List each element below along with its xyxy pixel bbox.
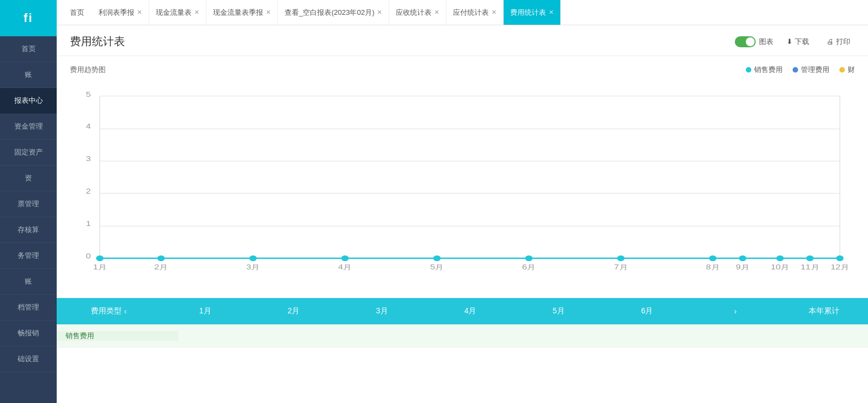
header-actions: 图表 ⬇ 下载 🖨 打印 (735, 35, 855, 49)
sidebar-item-archive[interactable]: 档管理 (0, 295, 57, 321)
svg-text:4月: 4月 (338, 263, 352, 271)
svg-text:2月: 2月 (154, 263, 168, 271)
svg-point-18 (433, 256, 441, 261)
td-type: 销售费用 (57, 331, 178, 341)
page-content: 费用统计表 图表 ⬇ 下载 🖨 打印 (57, 25, 868, 403)
app-logo: fi (0, 0, 57, 36)
print-button[interactable]: 🖨 打印 (822, 35, 855, 49)
main-area: 首页 利润表季报 ✕ 现金流量表 ✕ 现金流量表季报 ✕ 查看_空白报表(202… (57, 0, 868, 403)
svg-text:1月: 1月 (93, 263, 107, 271)
sidebar-item-report-center[interactable]: 报表中心 (0, 88, 57, 114)
close-tab-blank-report[interactable]: ✕ (377, 9, 382, 15)
chart-header: 费用趋势图 销售费用 管理费用 财 (70, 65, 855, 75)
close-tab-expense-stats[interactable]: ✕ (549, 9, 554, 15)
close-tab-payable[interactable]: ✕ (492, 9, 496, 15)
tab-expense-stats[interactable]: 费用统计表 ✕ (504, 0, 561, 25)
svg-text:3月: 3月 (246, 263, 260, 271)
legend-dot-finance (839, 67, 845, 73)
th-m3: 3月 (338, 306, 427, 316)
svg-point-21 (709, 256, 717, 261)
sidebar-item-invoice[interactable]: 票管理 (0, 191, 57, 217)
sidebar-item-fixed-assets[interactable]: 固定资产 (0, 140, 57, 165)
legend-dot-admin (793, 67, 798, 73)
print-icon: 🖨 (827, 37, 834, 46)
tab-bar: 首页 利润表季报 ✕ 现金流量表 ✕ 现金流量表季报 ✕ 查看_空白报表(202… (57, 0, 868, 25)
table-row: 销售费用 (57, 324, 868, 347)
chart-section: 费用趋势图 销售费用 管理费用 财 (57, 56, 868, 292)
sidebar-item-service[interactable]: 务管理 (0, 243, 57, 269)
tab-receivable[interactable]: 应收统计表 ✕ (389, 0, 446, 25)
svg-point-20 (617, 256, 625, 261)
legend-admin: 管理费用 (793, 65, 829, 75)
sidebar-item-inventory[interactable]: 存核算 (0, 217, 57, 243)
th-next-arrow[interactable]: › (691, 307, 780, 316)
th-ytd: 本年累计 (779, 306, 868, 316)
table-header-row: 费用类型 ‹ 1月 2月 3月 4月 5月 6月 › 本年累计 (57, 298, 868, 324)
svg-text:7月: 7月 (614, 263, 627, 271)
legend-label-finance: 财 (848, 65, 855, 75)
svg-text:5: 5 (86, 91, 91, 98)
svg-point-22 (739, 256, 746, 261)
svg-text:0: 0 (86, 252, 91, 260)
print-label: 打印 (836, 37, 850, 47)
svg-point-23 (776, 256, 784, 261)
svg-text:4: 4 (86, 123, 91, 130)
svg-point-15 (157, 256, 165, 261)
tab-cashflow[interactable]: 现金流量表 ✕ (149, 0, 206, 25)
download-icon: ⬇ (787, 37, 793, 46)
svg-text:6月: 6月 (522, 263, 536, 271)
close-tab-profit-quarterly[interactable]: ✕ (137, 9, 142, 15)
th-m5: 5月 (515, 306, 603, 316)
tab-payable[interactable]: 应付统计表 ✕ (446, 0, 504, 25)
sidebar-item-home[interactable]: 首页 (0, 36, 57, 62)
table-section: 费用类型 ‹ 1月 2月 3月 4月 5月 6月 › 本年累计 销售费用 (57, 298, 868, 347)
chart-legend: 销售费用 管理费用 财 (746, 65, 855, 75)
svg-point-24 (806, 256, 814, 261)
svg-text:3: 3 (86, 155, 91, 163)
svg-text:9月: 9月 (736, 263, 750, 271)
tab-profit-quarterly[interactable]: 利润表季报 ✕ (92, 0, 149, 25)
toggle-label: 图表 (759, 37, 773, 47)
svg-text:12月: 12月 (831, 263, 849, 271)
sidebar-item-ledger[interactable]: 账 (0, 269, 57, 295)
sidebar-item-capital[interactable]: 资金管理 (0, 114, 57, 140)
svg-text:2: 2 (86, 187, 91, 195)
th-m6: 6月 (603, 306, 691, 316)
th-prev-arrow[interactable]: ‹ (124, 307, 127, 316)
tab-blank-report[interactable]: 查看_空白报表(2023年02月) ✕ (278, 0, 389, 25)
toggle-track[interactable] (735, 36, 756, 47)
close-tab-cashflow-quarterly[interactable]: ✕ (266, 9, 271, 15)
download-label: 下载 (795, 37, 809, 47)
svg-point-16 (249, 256, 257, 261)
download-button[interactable]: ⬇ 下载 (782, 35, 814, 49)
sidebar: fi 首页 账 报表中心 资金管理 固定资产 资 票管理 存核算 务管理 账 档… (0, 0, 57, 403)
legend-label-sales: 销售费用 (754, 65, 783, 75)
svg-text:5月: 5月 (430, 263, 444, 271)
chart-container: 0 1 2 3 4 5 (70, 80, 855, 284)
legend-dot-sales (746, 67, 751, 73)
svg-point-14 (96, 256, 104, 261)
chart-title: 费用趋势图 (70, 65, 106, 75)
sidebar-item-account[interactable]: 账 (0, 62, 57, 88)
th-m2: 2月 (249, 306, 338, 316)
th-m4: 4月 (426, 306, 515, 316)
close-tab-cashflow[interactable]: ✕ (194, 9, 199, 15)
legend-sales: 销售费用 (746, 65, 783, 75)
svg-point-17 (341, 256, 349, 261)
page-title: 费用统计表 (70, 34, 125, 49)
svg-text:11月: 11月 (801, 263, 820, 271)
chart-toggle[interactable]: 图表 (735, 36, 773, 47)
svg-text:8月: 8月 (706, 263, 720, 271)
svg-text:1: 1 (86, 220, 91, 228)
sidebar-item-investment[interactable]: 资 (0, 165, 57, 191)
sidebar-item-expense[interactable]: 畅报销 (0, 321, 57, 346)
toggle-thumb (746, 37, 755, 46)
tab-home[interactable]: 首页 (62, 0, 92, 25)
svg-point-19 (525, 256, 533, 261)
svg-text:10月: 10月 (771, 263, 789, 271)
chart-svg: 0 1 2 3 4 5 (70, 80, 855, 284)
legend-finance: 财 (839, 65, 855, 75)
sidebar-item-settings[interactable]: 础设置 (0, 346, 57, 372)
tab-cashflow-quarterly[interactable]: 现金流量表季报 ✕ (206, 0, 278, 25)
close-tab-receivable[interactable]: ✕ (434, 9, 439, 15)
